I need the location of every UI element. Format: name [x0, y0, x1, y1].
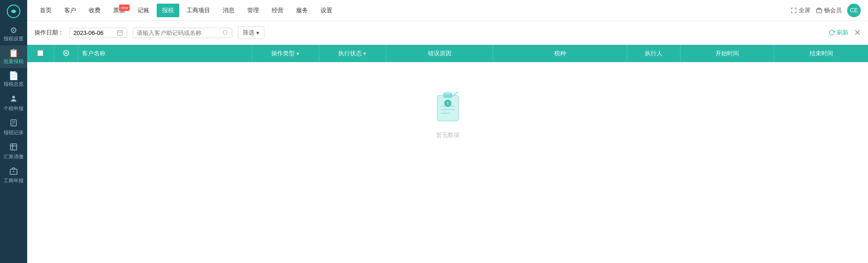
sidebar-item-label: 报税设置 [4, 36, 24, 42]
svg-rect-6 [10, 144, 17, 150]
sidebar-item-piliangshuishu[interactable]: 📋 批量报税 [0, 45, 27, 68]
sidebar-item-label: 汇算清缴 [4, 154, 24, 160]
th-tax-type: 税种 [493, 45, 627, 62]
data-table: 客户名称 操作类型 ▼ 执行状态 ▼ [27, 45, 868, 166]
svg-rect-13 [118, 30, 123, 35]
refresh-icon [829, 29, 835, 36]
sidebar: ⚙ 报税设置 📋 批量报税 📄 报税总览 个税申报 报税记录 汇算清缴 工商年报 [0, 0, 27, 263]
empty-text: 暂无数据 [436, 131, 460, 139]
svg-point-17 [223, 30, 227, 34]
sidebar-item-label: 批量报税 [4, 58, 24, 64]
member-label: 畅会员 [824, 6, 842, 15]
topnav-right: 全屏 畅会员 CE [791, 4, 861, 17]
gongshangnianbaao-icon [10, 167, 18, 176]
topnav-item-guanli[interactable]: 管理 [242, 4, 264, 17]
new-badge: new [119, 5, 129, 11]
toolbar: 操作日期： 筛选 ▾ 刷新 ✕ [27, 21, 868, 45]
th-exec-status[interactable]: 执行状态 ▼ [319, 45, 386, 62]
topnav-item-baoshui[interactable]: 报税 [157, 4, 179, 17]
topnav-items: 首页 客户 收费 票据 new 记账 报税 工商项目 消息 管理 经营 服务 设… [34, 4, 791, 17]
filter-icon: ▼ [363, 51, 367, 56]
search-input[interactable] [137, 29, 220, 36]
svg-point-1 [12, 96, 15, 98]
fullscreen-label: 全屏 [799, 6, 810, 15]
geshuishenbao-icon [10, 95, 18, 104]
huisuanjiaona-icon [10, 143, 18, 152]
topnav-item-homepage[interactable]: 首页 [34, 4, 57, 17]
empty-state-cell: ! 暂无数据 [27, 62, 868, 166]
sidebar-item-huisuanjiaona[interactable]: 汇算清缴 [0, 139, 27, 163]
date-input[interactable] [73, 29, 114, 36]
empty-state-row: ! 暂无数据 [27, 62, 868, 166]
topnav-item-fuwu[interactable]: 服务 [291, 4, 313, 17]
topnav-item-shoufei[interactable]: 收费 [83, 4, 106, 17]
th-executor: 执行人 [627, 45, 681, 62]
sidebar-item-baoshuizonglan[interactable]: 📄 报税总览 [0, 68, 27, 91]
calendar-icon [117, 29, 123, 36]
sidebar-item-baoshuijilu[interactable]: 报税记录 [0, 115, 27, 139]
refresh-label: 刷新 [837, 29, 849, 37]
th-customer-name: 客户名称 [78, 45, 252, 62]
th-op-type[interactable]: 操作类型 ▼ [252, 45, 319, 62]
date-picker[interactable] [69, 28, 127, 38]
search-wrap[interactable] [133, 28, 232, 38]
table-body: ! 暂无数据 [27, 62, 868, 166]
fullscreen-button[interactable]: 全屏 [791, 6, 810, 15]
date-label: 操作日期： [34, 29, 64, 37]
table-wrap[interactable]: 客户名称 操作类型 ▼ 执行状态 ▼ [27, 45, 868, 263]
sidebar-item-label: 报税记录 [4, 130, 24, 136]
sidebar-item-label: 工商年报 [4, 178, 24, 184]
topnav: 首页 客户 收费 票据 new 记账 报税 工商项目 消息 管理 经营 服务 设… [27, 0, 868, 21]
search-icon [222, 29, 228, 36]
th-settings[interactable] [54, 45, 78, 62]
empty-state: ! 暂无数据 [27, 62, 868, 166]
topnav-item-jizhang[interactable]: 记账 [132, 4, 155, 17]
topnav-item-customer[interactable]: 客户 [59, 4, 82, 17]
svg-rect-12 [816, 9, 822, 13]
svg-point-19 [65, 52, 67, 54]
avatar[interactable]: CE [847, 4, 861, 17]
filter-label: 筛选 [243, 29, 254, 37]
refresh-button[interactable]: 刷新 [829, 29, 849, 37]
svg-rect-20 [437, 95, 458, 121]
filter-icon: ▼ [296, 51, 300, 56]
sidebar-item-baoshuishezhi[interactable]: ⚙ 报税设置 [0, 23, 27, 45]
member-icon [816, 7, 822, 14]
empty-illustration: ! [430, 89, 466, 126]
sidebar-item-geshuishenbao[interactable]: 个税申报 [0, 91, 27, 115]
main-area: 首页 客户 收费 票据 new 记账 报税 工商项目 消息 管理 经营 服务 设… [27, 0, 868, 263]
topnav-item-shezhi[interactable]: 设置 [315, 4, 338, 17]
filter-button[interactable]: 筛选 ▾ [238, 26, 264, 39]
select-all-checkbox[interactable] [37, 50, 43, 56]
piliangshuishu-icon: 📋 [9, 49, 19, 57]
th-end-time: 结束时间 [774, 45, 868, 62]
table-header-row: 客户名称 操作类型 ▼ 执行状态 ▼ [27, 45, 868, 62]
chevron-down-icon: ▾ [256, 29, 259, 36]
topnav-item-piaoju[interactable]: 票据 new [108, 4, 130, 17]
th-start-time: 开始时间 [681, 45, 774, 62]
th-error-reason: 错误原因 [386, 45, 493, 62]
app-logo[interactable] [0, 0, 27, 23]
close-button[interactable]: ✕ [854, 29, 861, 37]
baoshuijilu-icon [10, 119, 18, 128]
svg-line-18 [226, 34, 227, 34]
settings-icon [63, 50, 69, 56]
topnav-item-xiaoxi[interactable]: 消息 [217, 4, 240, 17]
topnav-item-jingying[interactable]: 经营 [266, 4, 289, 17]
member-button[interactable]: 畅会员 [816, 6, 842, 15]
sidebar-item-label: 个税申报 [4, 106, 24, 112]
svg-rect-22 [445, 92, 451, 94]
sidebar-item-label: 报税总览 [4, 81, 24, 87]
th-checkbox[interactable] [27, 45, 54, 62]
fullscreen-icon [791, 7, 797, 14]
sidebar-item-gongshangnianbaao[interactable]: 工商年报 [0, 163, 27, 187]
content-area: 操作日期： 筛选 ▾ 刷新 ✕ [27, 21, 868, 263]
topnav-item-gongshang[interactable]: 工商项目 [181, 4, 216, 17]
baoshuizonglan-icon: 📄 [9, 72, 19, 80]
baoshuishezhi-icon: ⚙ [10, 26, 17, 34]
svg-text:!: ! [447, 101, 448, 106]
